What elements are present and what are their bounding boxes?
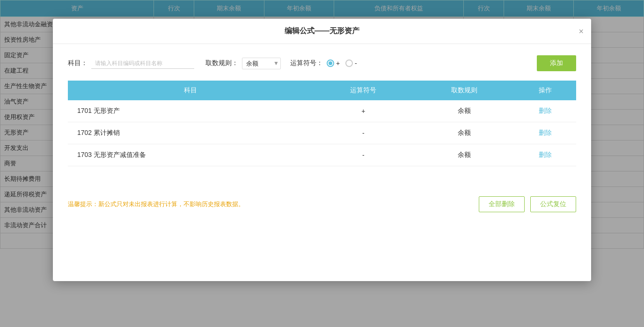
modal-body: 科目： 取数规则： 余额 借方 贷方 借方发生额 贷方发生额 ▼ [53, 44, 591, 189]
formula-rule-cell: 余额 [414, 122, 514, 144]
modal-overlay: 编辑公式——无形资产 × 科目： 取数规则： 余额 借方 [0, 0, 644, 327]
rule-field: 取数规则： 余额 借方 贷方 借方发生额 贷方发生额 ▼ [205, 58, 279, 69]
rule-select[interactable]: 余额 借方 贷方 借方发生额 贷方发生额 [242, 58, 281, 69]
edit-formula-modal: 编辑公式——无形资产 × 科目： 取数规则： 余额 借方 [53, 19, 591, 281]
formula-col-header: 运算符号 [313, 81, 414, 100]
subject-input[interactable] [91, 58, 194, 69]
delete-row-button[interactable]: 删除 [539, 129, 552, 136]
formula-table: 科目运算符号取数规则操作 1701 无形资产+余额删除1702 累计摊销-余额删… [68, 81, 576, 166]
operator-minus-label: - [355, 59, 357, 67]
table-row: 1701 无形资产+余额删除 [68, 100, 576, 122]
formula-rule-cell: 余额 [414, 144, 514, 166]
modal-title: 编辑公式——无形资产 [285, 27, 359, 35]
add-button[interactable]: 添加 [537, 55, 576, 71]
formula-action-cell: 删除 [514, 122, 576, 144]
formula-subject-cell: 1703 无形资产减值准备 [68, 144, 313, 166]
formula-col-header: 取数规则 [414, 81, 514, 100]
delete-row-button[interactable]: 删除 [539, 107, 552, 114]
rule-label: 取数规则： [205, 59, 238, 67]
form-row: 科目： 取数规则： 余额 借方 贷方 借方发生额 贷方发生额 ▼ [68, 55, 576, 71]
subject-label: 科目： [68, 59, 88, 67]
delete-all-button[interactable]: 全部删除 [479, 196, 525, 212]
formula-rule-cell: 余额 [414, 100, 514, 122]
radio-minus-circle [345, 59, 353, 67]
operator-plus-item[interactable]: + [327, 59, 340, 67]
close-icon[interactable]: × [578, 27, 584, 36]
delete-row-button[interactable]: 删除 [539, 151, 552, 158]
operator-field: 运算符号： + - [290, 59, 357, 67]
formula-action-cell: 删除 [514, 100, 576, 122]
formula-table-head: 科目运算符号取数规则操作 [68, 81, 576, 100]
formula-operator-cell: + [313, 100, 414, 122]
modal-header: 编辑公式——无形资产 × [53, 19, 591, 44]
formula-table-body: 1701 无形资产+余额删除1702 累计摊销-余额删除1703 无形资产减值准… [68, 100, 576, 166]
radio-plus-circle [327, 59, 334, 67]
formula-subject-cell: 1701 无形资产 [68, 100, 313, 122]
hint-text: 温馨提示：新公式只对未出报表进行计算，不影响历史报表数据。 [68, 200, 244, 208]
formula-subject-cell: 1702 累计摊销 [68, 122, 313, 144]
modal-footer: 温馨提示：新公式只对未出报表进行计算，不影响历史报表数据。 全部删除 公式复位 [53, 189, 591, 223]
operator-plus-label: + [336, 59, 340, 67]
operator-label: 运算符号： [290, 59, 323, 67]
formula-operator-cell: - [313, 122, 414, 144]
table-row: 1703 无形资产减值准备-余额删除 [68, 144, 576, 166]
footer-buttons: 全部删除 公式复位 [479, 196, 576, 212]
operator-minus-item[interactable]: - [345, 59, 357, 67]
rule-select-wrapper: 余额 借方 贷方 借方发生额 贷方发生额 ▼ [242, 58, 279, 69]
operator-radio-group: + - [327, 59, 357, 67]
formula-action-cell: 删除 [514, 144, 576, 166]
formula-col-header: 科目 [68, 81, 313, 100]
subject-field: 科目： [68, 58, 194, 69]
reset-formula-button[interactable]: 公式复位 [530, 196, 576, 212]
formula-col-header: 操作 [514, 81, 576, 100]
formula-operator-cell: - [313, 144, 414, 166]
table-row: 1702 累计摊销-余额删除 [68, 122, 576, 144]
